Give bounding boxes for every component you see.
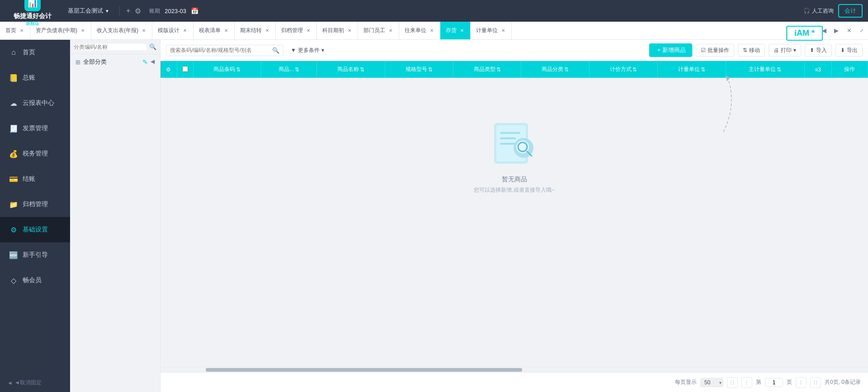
tab-scroll-right[interactable]: ▶ [830,22,843,40]
th-name[interactable]: 商品名称 ⇅ [317,61,385,78]
kuaiji-button[interactable]: 会计 [838,4,863,18]
th-category[interactable]: 商品分类 ⇅ [521,61,590,78]
sort-spec[interactable]: 规格型号 ⇅ [406,66,433,73]
sort-price-method[interactable]: 计价方式 ⇅ [610,66,637,73]
tab-close-8[interactable]: ✕ [388,28,393,33]
sort-category[interactable]: 商品分类 ⇅ [542,66,569,73]
sidebar-item-settle[interactable]: 💳 结账 [0,166,70,192]
th-code-label: 商品... [278,66,294,73]
tab-close-11[interactable]: ✕ [500,28,506,33]
move-button[interactable]: ⇅ 移动 [738,44,765,57]
prev-page-btn[interactable]: ⟨ [741,377,752,388]
sidebar-member-icon: ◇ [9,276,18,285]
sidebar: ⌂ 首页 📒 总账 ☁ 云报表中心 🧾 发票管理 💰 税务管理 💳 结账 📁 归… [0,40,70,392]
tab-10[interactable]: 存货 ✕ [440,22,471,40]
sidebar-item-archive[interactable]: 📁 归档管理 [0,192,70,217]
tab-2[interactable]: 收入支出表(年报) ✕ [91,22,152,40]
sort-name[interactable]: 商品名称 ⇅ [337,66,364,73]
import-button[interactable]: ⬆ 导入 [805,44,832,57]
batch-operation-button[interactable]: ☑ 批量操作 [696,44,734,57]
settings-icon[interactable]: ⚙ [135,7,141,15]
category-search-input[interactable] [74,44,146,50]
sidebar-item-tax[interactable]: 💰 税务管理 [0,141,70,166]
collapse-panel-icon[interactable]: ◀ [151,58,155,66]
first-page-btn[interactable]: ⟨⟨ [727,377,738,388]
sidebar-item-ledger[interactable]: 📒 总账 [0,65,70,90]
tab-3[interactable]: 模版设计 ✕ [152,22,193,40]
th-barcode[interactable]: 商品条码 ⇅ [193,61,261,78]
tab-4[interactable]: 税表清单 ✕ [193,22,235,40]
sidebar-item-home[interactable]: ⌂ 首页 [0,40,70,65]
per-page-select[interactable]: 50 10 20 100 [700,378,723,387]
headset-icon: 🎧 [803,8,810,14]
th-spec[interactable]: 规格型号 ⇅ [385,61,453,78]
sort-type[interactable]: 商品类型 ⇅ [474,66,501,73]
tab-close-10[interactable]: ✕ [459,28,465,33]
tab-close-all[interactable]: ✕ [843,22,855,40]
search-bar-icon[interactable]: 🔍 [272,47,279,54]
table-header-row: ⚙ 商品条码 ⇅ 商品... ⇅ 商品名称 ⇅ 规格型号 ⇅ 商品类型 ⇅ 商品… [160,61,868,78]
company-selector[interactable]: 基层工会测试 ▼ [64,5,113,17]
sidebar-tax-icon: 💰 [9,150,18,158]
export-button[interactable]: ⬇ 导出 [835,44,863,57]
tab-7[interactable]: 科目期初 ✕ [317,22,358,40]
th-checkbox[interactable] [177,61,193,78]
edit-category-icon[interactable]: ✎ [142,58,148,66]
th-code[interactable]: 商品... ⇅ [261,61,317,78]
support-button[interactable]: 🎧 人工咨询 [803,7,834,15]
tab-label-4: 税表清单 [199,27,221,34]
tab-close-0[interactable]: ✕ [19,28,24,33]
tab-6[interactable]: 归档管理 ✕ [276,22,317,40]
sort-barcode[interactable]: 商品条码 ⇅ [213,66,241,73]
sort-main-unit[interactable]: 主计量单位 ⇅ [749,66,781,73]
th-type[interactable]: 商品类型 ⇅ [453,61,521,78]
sidebar-item-reports[interactable]: ☁ 云报表中心 [0,90,70,116]
tab-close-1[interactable]: ✕ [80,28,85,33]
filter-button[interactable]: ▼ 更多条件 ▾ [287,45,328,56]
sidebar-item-guide[interactable]: 🆕 新手引导 [0,242,70,268]
period-value: 2023-03 [165,8,186,14]
calendar-icon[interactable]: 📅 [191,7,198,14]
next-page-btn[interactable]: ⟩ [796,377,807,388]
category-search-icon[interactable]: 🔍 [149,43,156,50]
product-search-input[interactable] [170,47,269,53]
tab-8[interactable]: 部门员工 ✕ [358,22,399,40]
empty-subtitle: 您可以选择新增,或者直接导入哦~ [474,186,554,194]
tab-9[interactable]: 往来单位 ✕ [399,22,440,40]
tab-1[interactable]: 资产负债表(中期) ✕ [30,22,91,40]
th-price-method[interactable]: 计价方式 ⇅ [590,61,658,78]
divider [119,6,120,15]
tab-11[interactable]: 计量单位 ✕ [471,22,512,40]
th-main-unit-label: 主计量单位 [749,66,776,73]
sidebar-item-member[interactable]: ◇ 畅会员 [0,268,70,293]
toolbar: 🔍 ▼ 更多条件 ▾ + 新增商品 ☑ 批量操作 [160,40,868,61]
print-icon: 🖨 [774,47,779,53]
tab-close-9[interactable]: ✕ [429,28,434,33]
horizontal-scrollbar[interactable] [160,367,868,372]
select-all-checkbox[interactable] [182,66,188,72]
tab-close-2[interactable]: ✕ [141,28,146,33]
print-button[interactable]: 🖨 打印 ▾ [769,44,801,57]
th-col3[interactable]: ≡3 [804,61,831,78]
category-search-box: 🔍 [70,40,160,54]
add-product-button[interactable]: + 新增商品 [649,43,692,57]
scroll-thumb[interactable] [206,368,522,372]
tab-0[interactable]: 首页 ✕ [0,22,30,40]
sidebar-item-invoice[interactable]: 🧾 发票管理 [0,116,70,141]
tab-close-7[interactable]: ✕ [347,28,352,33]
tab-close-4[interactable]: ✕ [223,28,229,33]
tab-close-3[interactable]: ✕ [182,28,188,33]
add-tab-icon[interactable]: + [126,7,130,15]
export-label: 导出 [847,47,858,54]
sidebar-item-settings[interactable]: ⚙ 基础设置 [0,217,70,242]
table-container: ⚙ 商品条码 ⇅ 商品... ⇅ 商品名称 ⇅ 规格型号 ⇅ 商品类型 ⇅ 商品… [160,61,868,367]
tab-close-5[interactable]: ✕ [264,28,270,33]
last-page-btn[interactable]: ⟩⟩ [810,377,821,388]
tab-5[interactable]: 期末结转 ✕ [235,22,276,40]
sidebar-collapse-btn[interactable]: ◄ ◄取消固定 [0,373,70,392]
sort-code[interactable]: 商品... ⇅ [278,66,299,73]
tab-expand[interactable]: ⤢ [855,22,868,40]
page-number-input[interactable] [765,378,783,387]
th-settings[interactable]: ⚙ [160,61,177,78]
tab-close-6[interactable]: ✕ [306,28,311,33]
